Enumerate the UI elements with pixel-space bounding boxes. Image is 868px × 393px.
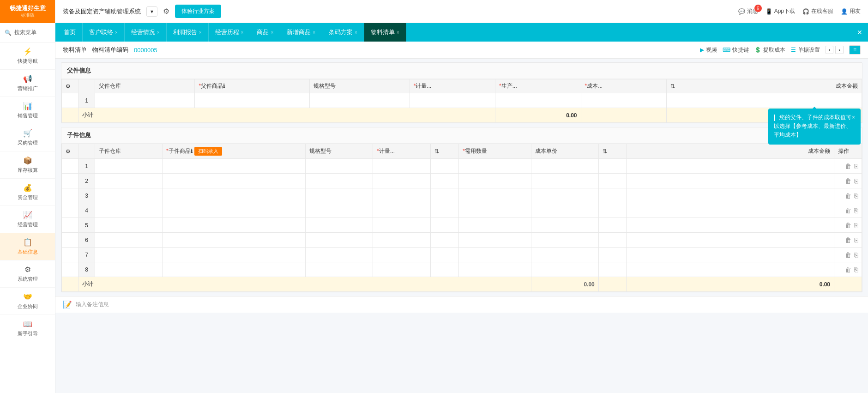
cost-button[interactable]: 💲 提取成本	[754, 46, 785, 54]
delete-icon-1[interactable]: 🗑	[845, 177, 851, 185]
child-row-spec-6[interactable]	[306, 248, 373, 262]
child-row-spec-3[interactable]	[306, 203, 373, 218]
gear-button[interactable]: ⚙	[163, 7, 169, 16]
child-row-unit-cost-0[interactable]	[531, 159, 598, 174]
delete-icon-3[interactable]: 🗑	[845, 207, 851, 214]
child-row-unit-3[interactable]	[373, 203, 431, 218]
child-row-unit-7[interactable]	[373, 262, 431, 277]
delete-icon-2[interactable]: 🗑	[845, 192, 851, 200]
child-row-qty-6[interactable]	[459, 248, 531, 262]
child-row-warehouse-5[interactable]	[95, 233, 163, 248]
sidebar-item-营销推广[interactable]: 📢营销推广	[0, 70, 55, 97]
child-row-unit-cost-1[interactable]	[531, 174, 598, 188]
shortcut-button[interactable]: ⌨ 快捷键	[723, 46, 749, 54]
copy-icon-6[interactable]: ⎘	[854, 251, 858, 259]
scan-input-button[interactable]: 扫码录入	[194, 147, 222, 156]
child-row-unit-cost-5[interactable]	[531, 233, 598, 248]
message-item[interactable]: 💬 消息 6	[738, 7, 758, 15]
child-row-unit-2[interactable]	[373, 188, 431, 203]
nav-tab-商品[interactable]: 商品 ×	[250, 23, 280, 42]
delete-icon-6[interactable]: 🗑	[845, 251, 851, 259]
child-row-unit-cost-4[interactable]	[531, 218, 598, 233]
prev-button[interactable]: ‹	[826, 46, 834, 54]
next-button[interactable]: ›	[835, 46, 844, 54]
child-row-product-4[interactable]	[163, 218, 306, 233]
system-dropdown[interactable]: ▾	[146, 6, 157, 17]
settings-button[interactable]: ☰ 单据设置	[791, 46, 820, 54]
user-item[interactable]: 👤 用友	[841, 7, 861, 15]
child-row-product-2[interactable]	[163, 188, 306, 203]
tooltip-close-button[interactable]: ×	[852, 113, 855, 122]
nav-tab-客户联络[interactable]: 客户联络 ×	[83, 23, 125, 42]
nav-tab-经营情况[interactable]: 经营情况 ×	[125, 23, 167, 42]
parent-row-production[interactable]	[495, 93, 581, 108]
sidebar-item-销售管理[interactable]: 📊销售管理	[0, 97, 55, 124]
sidebar-item-经营管理[interactable]: 📈经营管理	[0, 206, 55, 233]
copy-icon-2[interactable]: ⎘	[854, 192, 858, 200]
child-row-product-0[interactable]	[163, 159, 306, 174]
trial-button[interactable]: 体验行业方案	[175, 5, 221, 18]
child-row-warehouse-4[interactable]	[95, 218, 163, 233]
sidebar-item-快捷导航[interactable]: ⚡快捷导航	[0, 42, 55, 70]
sidebar-item-资金管理[interactable]: 💰资金管理	[0, 179, 55, 206]
delete-icon-7[interactable]: 🗑	[845, 266, 851, 273]
parent-row-product[interactable]	[195, 93, 310, 108]
tab-close-3[interactable]: ×	[199, 30, 202, 35]
tab-close-4[interactable]: ×	[241, 30, 244, 35]
child-row-qty-1[interactable]	[459, 174, 531, 188]
tab-close-6[interactable]: ×	[313, 30, 315, 35]
child-row-warehouse-7[interactable]	[95, 262, 163, 277]
sidebar-item-企业协同[interactable]: 🤝企业协同	[0, 288, 55, 315]
parent-row-cost[interactable]	[581, 93, 666, 108]
tab-close-5[interactable]: ×	[271, 30, 273, 35]
tab-close-7[interactable]: ×	[355, 30, 357, 35]
nav-tab-首页[interactable]: 首页	[57, 23, 83, 42]
child-row-spec-1[interactable]	[306, 174, 373, 188]
child-row-unit-cost-2[interactable]	[531, 188, 598, 203]
child-row-unit-4[interactable]	[373, 218, 431, 233]
child-row-product-3[interactable]	[163, 203, 306, 218]
child-row-product-6[interactable]	[163, 248, 306, 262]
child-row-product-7[interactable]	[163, 262, 306, 277]
child-row-spec-4[interactable]	[306, 218, 373, 233]
close-all-tabs-button[interactable]: ✕	[853, 29, 866, 36]
child-row-qty-3[interactable]	[459, 203, 531, 218]
list-view-button[interactable]: ≡	[849, 45, 861, 54]
child-row-product-5[interactable]	[163, 233, 306, 248]
view-button[interactable]: ▶ 视频	[700, 46, 717, 54]
parent-row-unit[interactable]	[410, 93, 495, 108]
child-row-qty-2[interactable]	[459, 188, 531, 203]
child-row-spec-0[interactable]	[306, 159, 373, 174]
tab-close-8[interactable]: ×	[397, 30, 399, 35]
child-row-unit-cost-6[interactable]	[531, 248, 598, 262]
online-service-item[interactable]: 🎧 在线客服	[802, 7, 833, 15]
child-row-product-1[interactable]	[163, 174, 306, 188]
child-row-spec-5[interactable]	[306, 233, 373, 248]
child-row-unit-cost-7[interactable]	[531, 262, 598, 277]
child-row-warehouse-6[interactable]	[95, 248, 163, 262]
child-row-qty-0[interactable]	[459, 159, 531, 174]
parent-row-warehouse[interactable]	[95, 93, 195, 108]
tab-close-1[interactable]: ×	[115, 30, 118, 35]
nav-tab-条码方案[interactable]: 条码方案 ×	[322, 23, 364, 42]
child-row-unit-0[interactable]	[373, 159, 431, 174]
sidebar-item-库存核算[interactable]: 📦库存核算	[0, 151, 55, 179]
breadcrumb-page1[interactable]: 物料清单	[63, 46, 87, 54]
child-row-unit-1[interactable]	[373, 174, 431, 188]
delete-icon-5[interactable]: 🗑	[845, 236, 851, 244]
nav-tab-经营历程[interactable]: 经营历程 ×	[209, 23, 251, 42]
sidebar-item-新手引导[interactable]: 📖新手引导	[0, 315, 55, 342]
search-menu-button[interactable]: 🔍 搜索菜单	[4, 27, 51, 38]
child-row-spec-2[interactable]	[306, 188, 373, 203]
delete-icon-0[interactable]: 🗑	[845, 163, 851, 170]
child-row-unit-6[interactable]	[373, 248, 431, 262]
sidebar-item-采购管理[interactable]: 🛒采购管理	[0, 124, 55, 151]
copy-icon-1[interactable]: ⎘	[854, 177, 858, 185]
tab-close-2[interactable]: ×	[157, 30, 160, 35]
nav-tab-物料清单[interactable]: 物料清单 ×	[364, 23, 406, 42]
delete-icon-4[interactable]: 🗑	[845, 222, 851, 229]
copy-icon-4[interactable]: ⎘	[854, 222, 858, 229]
nav-tab-新增商品[interactable]: 新增商品 ×	[280, 23, 322, 42]
child-row-warehouse-0[interactable]	[95, 159, 163, 174]
child-row-qty-7[interactable]	[459, 262, 531, 277]
